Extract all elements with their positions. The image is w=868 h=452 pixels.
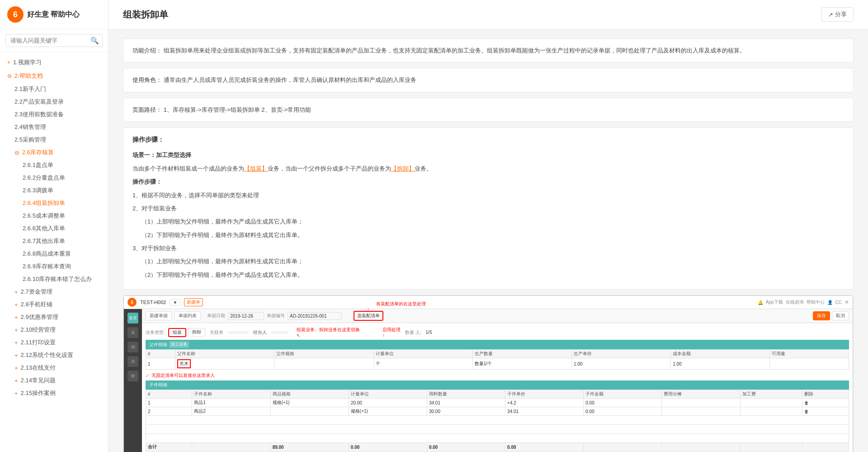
mock-annotation3-arrow: ↖: [297, 333, 360, 338]
mock-sub-table: # 子件名称 商品规格 计量单位 用料数量 子件单价 子件金额 费用分摊: [146, 390, 849, 452]
sidebar-item-inventory[interactable]: ⊖ 2.6库存核算: [0, 146, 108, 159]
mock-sub-r1-fee: [740, 399, 802, 407]
sidebar-item-ops[interactable]: + 2.10经营管理: [0, 324, 108, 336]
mock-sub-r1-no: 1: [146, 399, 192, 407]
mock-sub-col-unit: 计量单位: [349, 390, 427, 399]
sidebar-item-faq[interactable]: + 2.14常见问题: [0, 374, 108, 387]
mock-sub-r2-del: 🗑: [802, 407, 849, 416]
sidebar-item-ledger-query[interactable]: 2.6.9库存账本查询: [0, 260, 108, 273]
payment-plus-icon: +: [14, 365, 18, 371]
sidebar-item-print[interactable]: + 2.11打印设置: [0, 336, 108, 349]
mock-parent-header-sub: 加工业务: [169, 341, 189, 348]
mock-annotation1-area: 选装配清单 有装配清单的在这里处理 ↓: [354, 311, 383, 321]
mock-cancel-btn: 取消: [832, 311, 849, 320]
mock-dropdown: ▼: [170, 299, 180, 306]
mock-person-label: 经办人: [253, 329, 267, 336]
step-3: 3、对于拆卸业务: [132, 243, 844, 253]
sidebar-item-custom-label: 2.12系统个性化设置: [21, 351, 73, 359]
mock-sub-r2-qty: 30.00: [427, 407, 505, 416]
path-block: 页面路径： 1、库存核算->库存管理->组装拆卸单 2、首页->常用功能: [123, 98, 854, 122]
mock-annotation5-text: 无固定清单可以直接在这里录入: [151, 373, 215, 378]
sidebar-item-mobile[interactable]: + 2.8手机旺铺: [0, 298, 108, 311]
sidebar-item-other-in[interactable]: 2.6.6其他入库单: [0, 222, 108, 235]
mock-biz-type-assy: 组装: [168, 328, 186, 337]
mock-sub-r1-spec: 规格(+1): [270, 399, 349, 407]
mock-icon-app: App下载: [766, 299, 783, 305]
mock-sub-col-name: 子件名称: [192, 390, 270, 399]
sidebar-item-cost-recalc[interactable]: 2.6.8商品成本重算: [0, 247, 108, 260]
mock-parent-cell-name: 关木: [175, 358, 274, 370]
sidebar-item-data-prep[interactable]: 2.3使用前数据准备: [0, 108, 108, 121]
sidebar-item-purchase[interactable]: 2.5采购管理: [0, 133, 108, 146]
mock-sidebar-icon-3: 销: [127, 342, 138, 352]
sidebar-item-transfer[interactable]: 2.6.3调拨单: [0, 184, 108, 197]
sidebar-item-cases[interactable]: + 2.15操作案例: [0, 387, 108, 400]
mock-sub-col-amt: 子件金额: [584, 390, 662, 399]
nav-tree: + 1.视频学习 ⊖ 2.帮助文档 2.1新手入门 2.2产品安装及登录 2.3…: [0, 52, 108, 452]
sidebar-item-payment[interactable]: + 2.13在线支付: [0, 362, 108, 374]
role-label: 使用角色：: [132, 76, 162, 83]
coupon-plus-icon: +: [14, 314, 18, 321]
mock-sub-r2-name: 商品2: [192, 407, 270, 416]
inventory-minus-icon: ⊖: [14, 149, 19, 156]
sidebar-item-cost-adjust[interactable]: 2.6.5成本调整单: [0, 209, 108, 222]
mock-sub-total-4: 0.00: [427, 443, 505, 452]
sidebar-item-assembly[interactable]: 2.6.4组装拆卸单: [0, 197, 108, 209]
sidebar: 6 好生意 帮助中心 🔍 + 1.视频学习 ⊖ 2.帮助文档 2.1新手入门 2…: [0, 0, 108, 452]
sidebar-item-install[interactable]: 2.2产品安装及登录: [0, 95, 108, 108]
sidebar-item-partial-stocktake[interactable]: 2.6.2分量盘点单: [0, 171, 108, 184]
mock-parent-header-text: 父件明细: [149, 342, 167, 348]
sidebar-item-other-out[interactable]: 2.6.7其他出库单: [0, 235, 108, 247]
mock-new-tab-btn: 新建单: [184, 298, 203, 306]
intro-block: 功能介绍： 组装拆卸单用来处理企业组装或拆卸等加工业务，支持有固定装配清单的产品…: [123, 38, 854, 62]
mock-annotation5-area: ↙ 无固定清单可以直接在这里录入: [146, 372, 849, 379]
mock-sub-col-del: 删除: [802, 390, 849, 399]
sidebar-item-inventory-label: 2.6库存核算: [22, 148, 54, 157]
logo-icon: 6: [7, 6, 24, 23]
step-2: 2、对于组装业务: [132, 203, 844, 214]
sidebar-item-finance[interactable]: + 2.7资金管理: [0, 285, 108, 298]
mock-sub-row-4: [146, 425, 849, 434]
mock-toolbar: 新建单据 单据列表 单据日期 2019-12-26 单据编号 AD-201912…: [142, 309, 853, 323]
sidebar-item-custom[interactable]: + 2.12系统个性化设置: [0, 349, 108, 362]
sidebar-item-newbie[interactable]: 2.1新手入门: [0, 83, 108, 95]
search-button[interactable]: 🔍: [90, 37, 99, 45]
mock-sub-r1-unit: 20.00: [349, 399, 427, 407]
mock-action-btns: 保存 取消: [813, 311, 849, 320]
mock-sidebar-icon-5: 财: [127, 371, 138, 381]
scene1-title-text: 场景一：加工类型选择: [132, 152, 191, 158]
sidebar-item-sales[interactable]: 2.4销售管理: [0, 121, 108, 133]
mock-sub-row-5: [146, 434, 849, 443]
search-input[interactable]: [5, 34, 103, 47]
mock-parent-table-header-row: # 父件名称 父件规格 计量单位 生产数量 生产单价 成本金额 可用量: [146, 350, 849, 358]
sidebar-item-coupon-label: 2.9优惠券管理: [21, 313, 58, 321]
mock-annotation1-arrow: ↓: [367, 306, 369, 311]
mock-sub-total-label: 合计: [146, 443, 192, 452]
share-button[interactable]: ↗ 分享: [821, 7, 854, 22]
mock-parent-col-spec: 父件规格: [274, 350, 373, 358]
mock-annotation5-arrow: ↙: [146, 373, 151, 378]
mock-sub-total-2: 89.00: [270, 443, 349, 452]
mock-parent-cell-spec: [274, 358, 373, 370]
mock-parent-table-area: 父件明细 加工业务 # 父件名称 父件规格: [146, 340, 849, 370]
mock-sub-col-no: #: [146, 390, 192, 399]
mock-sub-empty-row3: [146, 434, 849, 443]
mock-subcount-label: 数量 入:: [405, 329, 421, 336]
sidebar-item-video[interactable]: + 1.视频学习: [0, 56, 108, 69]
sidebar-item-help-docs[interactable]: ⊖ 2.帮助文档: [0, 69, 108, 83]
sidebar-item-stocktake[interactable]: 2.6.1盘点单: [0, 159, 108, 171]
mock-sub-total-9: [802, 443, 849, 452]
mock-logo: 6: [127, 298, 137, 307]
mock-parent-name-box: 关木: [177, 359, 191, 368]
path-label: 页面路径：: [132, 106, 162, 113]
mock-sub-r1-del: 🗑: [802, 399, 849, 407]
mock-parent-col-name: 父件名称: [175, 350, 274, 358]
sidebar-item-ledger-fix[interactable]: 2.6.10库存账本错了怎么办: [0, 273, 108, 285]
sidebar-item-faq-label: 2.14常见问题: [21, 376, 56, 385]
scene1-title: 场景一：加工类型选择: [132, 150, 844, 160]
mock-sub-row-1: 1 商品1 规格(+1) 20.00 34.01 +4.2 0.00: [146, 399, 849, 407]
cases-plus-icon: +: [14, 390, 18, 397]
mock-icon-bell: 🔔: [758, 300, 763, 305]
sidebar-item-coupon[interactable]: + 2.9优惠券管理: [0, 311, 108, 324]
mock-parent-table: # 父件名称 父件规格 计量单位 生产数量 生产单价 成本金额 可用量: [146, 349, 849, 370]
